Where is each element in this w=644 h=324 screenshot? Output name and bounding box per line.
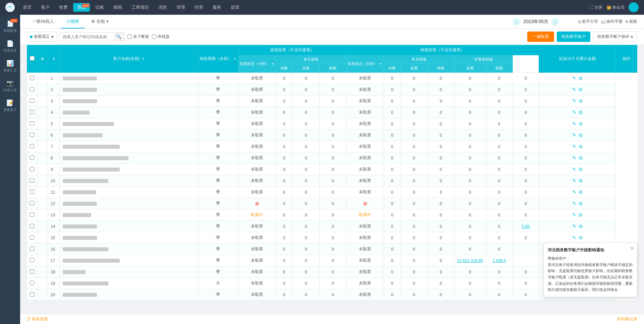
edit-btn-6[interactable]: ✎ (572, 132, 577, 138)
row-checkbox-20[interactable] (30, 292, 34, 297)
nav-service[interactable]: 服务 (209, 3, 225, 12)
nav-tax[interactable]: 报税 (109, 3, 126, 12)
out-status-filter-icon[interactable]: ▼ (379, 62, 382, 66)
edit-btn-14[interactable]: ✎ (572, 223, 577, 230)
client-filter-icon[interactable]: ▼ (142, 57, 145, 61)
row-checkbox-12[interactable] (30, 201, 34, 205)
edit-btn-5[interactable]: ✎ (572, 120, 577, 127)
copy-btn-1[interactable]: ⧉ (578, 75, 583, 82)
copy-btn-12[interactable]: ⧉ (578, 200, 583, 207)
nav-message[interactable]: 消息 (154, 3, 171, 12)
search-input[interactable] (60, 33, 113, 41)
row-checkbox-7[interactable] (30, 144, 34, 148)
tax-policy-link[interactable]: ⑦ 税务政策 (27, 316, 48, 322)
edit-btn-12[interactable]: ✎ (572, 200, 577, 207)
edit-btn-11[interactable]: ✎ (572, 189, 577, 195)
edit-btn-13[interactable]: ✎ (572, 211, 577, 218)
sidebar-item-scan[interactable]: 📷 扫描上传 (0, 77, 20, 95)
popup-title: 河北税务数字账户升级影响通知 (548, 247, 633, 253)
row-checkbox-16[interactable] (30, 247, 34, 251)
sidebar-item-entry[interactable]: 📝 票据录入 (0, 96, 20, 115)
user-avatar[interactable] (629, 2, 639, 12)
oneclick-btn[interactable]: 一键取票 (527, 31, 554, 42)
credit-tax-link[interactable]: 1,638.5 (492, 258, 506, 263)
nav-client[interactable]: 客户 (37, 3, 54, 12)
nav-business[interactable]: 工商项目 (127, 3, 153, 12)
edit-btn-3[interactable]: ✎ (572, 98, 577, 104)
row-checkbox-2[interactable] (30, 87, 34, 91)
month-next-btn[interactable]: › (551, 18, 559, 26)
row-checkbox-10[interactable] (30, 178, 34, 183)
tab-general-taxpayer[interactable]: 一般纳税人 (27, 15, 59, 28)
employee-select-box[interactable]: 全部员工 ▾ (27, 32, 57, 42)
employee-selector[interactable]: 全部员工 ▾ (27, 32, 57, 42)
row-checkbox-19[interactable] (30, 281, 34, 285)
guide-link[interactable]: ⊙ 新手引导 (578, 19, 598, 24)
nav-invoice[interactable]: 票据 new (73, 3, 90, 12)
copy-btn-6[interactable]: ⧉ (578, 132, 583, 139)
checkbox-account[interactable]: 名下帐套 (127, 34, 149, 40)
edit-btn-9[interactable]: ✎ (572, 166, 577, 173)
copy-btn-9[interactable]: ⧉ (578, 166, 583, 173)
nav-fee[interactable]: 收费 (55, 3, 72, 12)
row-checkbox-15[interactable] (30, 235, 34, 240)
popup-close-btn[interactable]: ✕ (630, 246, 634, 251)
refresh-link[interactable]: ↻ 刷新 (625, 19, 637, 24)
copy-btn-3[interactable]: ⧉ (578, 98, 583, 105)
tab-small-scale[interactable]: 小规模 (61, 15, 85, 28)
row-checkbox-4[interactable] (30, 110, 34, 114)
copy-btn-7[interactable]: ⧉ (578, 143, 583, 150)
fullscreen-btn[interactable]: ⛶ 全屏 (589, 5, 602, 10)
row-checkbox-8[interactable] (30, 155, 34, 160)
tax-digital-op-btn[interactable]: 税务数字帐户操作 ▾ (593, 31, 637, 42)
copy-btn-2[interactable]: ⧉ (578, 86, 583, 93)
nav-bookkeeping[interactable]: 记账 (91, 3, 108, 12)
edit-btn-1[interactable]: ✎ (572, 75, 577, 81)
sidebar-item-smart-invoice[interactable]: 🧾 智能取票 new (0, 17, 20, 36)
sidebar-item-issue[interactable]: 📄 发票开具 (0, 37, 20, 56)
member-btn[interactable]: 👑 购会员 (606, 5, 625, 10)
copy-btn-4[interactable]: ⧉ (578, 109, 583, 116)
copy-btn-10[interactable]: ⧉ (578, 177, 583, 184)
row-checkbox-11[interactable] (30, 190, 34, 194)
row-checkbox-9[interactable] (30, 167, 34, 171)
in-status-filter-icon[interactable]: ▼ (271, 62, 274, 66)
credit-amount-link[interactable]: 12,621,319.99 (457, 258, 483, 263)
edit-btn-8[interactable]: ✎ (572, 154, 577, 161)
copy-btn-13[interactable]: ⧉ (578, 211, 583, 218)
row-checkbox-6[interactable] (30, 133, 34, 137)
select-all-checkbox[interactable] (30, 56, 35, 61)
nav-home[interactable]: 首页 (19, 3, 36, 12)
edit-btn-10[interactable]: ✎ (572, 177, 577, 184)
edit-btn-7[interactable]: ✎ (572, 143, 577, 150)
search-button[interactable]: 🔍 (113, 32, 125, 41)
nav-settings[interactable]: 设置 (227, 3, 244, 12)
copy-btn-14[interactable]: ⧉ (578, 223, 583, 230)
edit-btn-15[interactable]: ✎ (572, 234, 577, 241)
row-checkbox-14[interactable] (30, 224, 34, 228)
row-checkbox-13[interactable] (30, 212, 34, 217)
rolling12-link[interactable]: 5.00 (522, 224, 530, 229)
nav-admin[interactable]: 管理 (172, 3, 189, 12)
edit-btn-4[interactable]: ✎ (572, 109, 577, 116)
edit-btn-2[interactable]: ✎ (572, 86, 577, 93)
month-prev-btn[interactable]: ‹ (513, 18, 521, 26)
row-checkbox-17[interactable] (30, 258, 34, 262)
row-checkbox-1[interactable] (30, 76, 34, 80)
nav-operation[interactable]: 经营 (191, 3, 207, 12)
copy-btn-8[interactable]: ⧉ (578, 154, 583, 161)
account-checkbox[interactable] (127, 35, 132, 39)
checkbox-taxdisk[interactable]: 有税盘 (152, 34, 170, 40)
row-checkbox-18[interactable] (30, 269, 34, 274)
row-checkbox-3[interactable] (30, 99, 34, 103)
copy-btn-5[interactable]: ⧉ (578, 120, 583, 127)
period-filter-icon[interactable]: ▼ (233, 57, 237, 61)
copy-btn-15[interactable]: ⧉ (578, 234, 583, 241)
manual-link[interactable]: 📖 操作手册 (601, 19, 623, 24)
sidebar-item-summary[interactable]: 📊 票据汇总 (0, 57, 20, 75)
row-checkbox-5[interactable] (30, 121, 34, 126)
copy-btn-11[interactable]: ⧉ (578, 189, 583, 196)
taxdisk-checkbox[interactable] (152, 35, 156, 39)
tab-all-capable[interactable]: ⊕ 全能 ▾ (86, 15, 114, 28)
tax-digital-btn[interactable]: 税务数字账户 (557, 31, 590, 42)
